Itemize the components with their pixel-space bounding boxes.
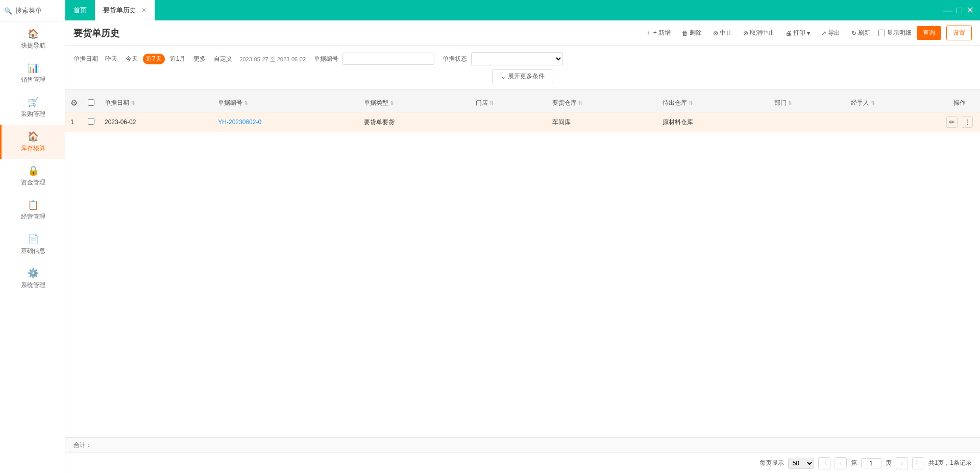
cancel-stop-label: 取消中止 (750, 29, 774, 37)
page-size-label: 每页显示 (760, 459, 784, 467)
sort-handler-icon[interactable]: ⇅ (871, 100, 875, 106)
tab-close-icon[interactable]: ✕ (141, 7, 146, 14)
expand-label: 展开更多条件 (508, 72, 545, 81)
refresh-button[interactable]: ↻ 刷新 (848, 27, 873, 39)
sidebar-item-operation[interactable]: 📋 经营管理 (0, 193, 65, 227)
sidebar-search[interactable]: 🔍 搜索菜单 (0, 0, 65, 22)
last-page-btn[interactable]: 》 (912, 457, 924, 469)
sidebar-search-label: 搜索菜单 (15, 6, 42, 15)
new-button[interactable]: ＋ + 新增 (643, 27, 674, 39)
chevron-down-icon: ⌄ (501, 73, 506, 80)
table-footer: 合计： (65, 437, 980, 453)
date-btn-last7days[interactable]: 近7天 (143, 54, 165, 64)
page-number-input[interactable] (861, 458, 881, 468)
page-header: 要货单历史 ＋ + 新增 🗑 删除 ⊗ 中止 ⊗ 取消中止 (65, 20, 980, 46)
tab-requisition-history[interactable]: 要货单历史 ✕ (95, 0, 155, 20)
sort-bill-no-icon[interactable]: ⇅ (244, 100, 248, 106)
purchase-icon: 🛒 (28, 97, 39, 108)
page-title: 要货单历史 (74, 27, 119, 39)
stop-button[interactable]: ⊗ 中止 (710, 27, 735, 39)
page-size-select[interactable]: 50 10 20 100 (788, 458, 814, 469)
query-button[interactable]: 查询 (917, 26, 941, 40)
row-bill-no: YH-20230602-0 (213, 112, 359, 132)
date-filter: 单据日期 昨天 今天 近7天 近1月 更多 自定义 2023-05-27 至 2… (74, 54, 306, 64)
topbar-right: — □ ✕ (943, 5, 980, 16)
date-btn-last1month[interactable]: 近1月 (167, 54, 189, 64)
delete-icon: 🗑 (682, 30, 688, 37)
bill-no-input[interactable] (342, 53, 434, 65)
sidebar-item-inventory[interactable]: 🏠 库存核算 (0, 125, 65, 159)
row-bill-type: 要货单要货 (359, 112, 471, 132)
settings-button[interactable]: 设置 (946, 26, 972, 40)
sort-req-warehouse-icon[interactable]: ⇅ (578, 100, 582, 106)
column-settings-icon[interactable]: ⚙ (70, 99, 78, 107)
status-select[interactable] (471, 52, 563, 65)
sort-department-icon[interactable]: ⇅ (788, 100, 792, 106)
sidebar-item-label: 销售管理 (21, 76, 45, 84)
sort-pending-warehouse-icon[interactable]: ⇅ (689, 100, 693, 106)
bill-no-link[interactable]: YH-20230602-0 (218, 119, 261, 126)
th-store-label: 门店 (476, 99, 488, 107)
display-detail-label: 显示明细 (887, 29, 912, 37)
prev-page-btn[interactable]: ‹ (835, 457, 847, 469)
next-page-btn[interactable]: › (896, 457, 908, 469)
sales-icon: 📊 (28, 62, 39, 74)
row-edit-icon[interactable]: ✏ (946, 116, 958, 128)
row-checkbox[interactable] (88, 118, 94, 125)
tab-requisition-label: 要货单历史 (103, 6, 136, 15)
settings-label: 设置 (953, 29, 965, 37)
refresh-icon: ↻ (851, 30, 856, 37)
filter-area: 单据日期 昨天 今天 近7天 近1月 更多 自定义 2023-05-27 至 2… (65, 46, 980, 90)
date-btn-more[interactable]: 更多 (190, 54, 209, 64)
sort-bill-type-icon[interactable]: ⇅ (390, 100, 394, 106)
display-detail-toggle[interactable]: 显示明细 (878, 29, 912, 37)
th-bill-date-label: 单据日期 (105, 99, 129, 107)
filter-expand-wrapper: ⌄ 展开更多条件 (74, 69, 972, 83)
row-more-icon[interactable]: ⋮ (962, 116, 973, 128)
row-department (769, 112, 846, 132)
filter-expand-btn[interactable]: ⌄ 展开更多条件 (492, 69, 553, 83)
status-label: 单据状态 (443, 55, 467, 63)
delete-label: 删除 (690, 29, 702, 37)
sidebar-item-basic[interactable]: 📄 基础信息 (0, 227, 65, 262)
cancel-stop-button[interactable]: ⊗ 取消中止 (740, 27, 777, 39)
date-btn-yesterday[interactable]: 昨天 (102, 54, 120, 64)
sidebar-item-label: 采购管理 (21, 110, 45, 119)
sidebar-item-system[interactable]: ⚙️ 系统管理 (0, 262, 65, 296)
tab-home[interactable]: 首页 (65, 0, 95, 20)
sort-bill-date-icon[interactable]: ⇅ (131, 100, 135, 106)
summary-label: 合计： (74, 441, 92, 448)
window-close-icon[interactable]: ✕ (966, 5, 974, 16)
date-filter-label: 单据日期 (74, 55, 98, 63)
export-button[interactable]: ↗ 导出 (818, 27, 843, 39)
query-label: 查询 (923, 29, 935, 37)
date-btn-custom[interactable]: 自定义 (211, 54, 235, 64)
first-page-btn[interactable]: 《 (818, 457, 830, 469)
table-row[interactable]: 1 2023-06-02 YH-20230602-0 要货单要货 车间库 (65, 112, 980, 132)
sidebar-item-sales[interactable]: 📊 销售管理 (0, 56, 65, 90)
date-btn-today[interactable]: 今天 (122, 54, 141, 64)
th-pending-warehouse-label: 待出仓库 (663, 99, 687, 107)
sidebar-item-purchase[interactable]: 🛒 采购管理 (0, 90, 65, 125)
filter-row: 单据日期 昨天 今天 近7天 近1月 更多 自定义 2023-05-27 至 2… (74, 52, 972, 65)
page-content: 要货单历史 ＋ + 新增 🗑 删除 ⊗ 中止 ⊗ 取消中止 (65, 20, 980, 473)
select-all-checkbox[interactable] (88, 99, 94, 106)
window-maximize-icon[interactable]: □ (957, 5, 962, 16)
delete-button[interactable]: 🗑 删除 (679, 27, 705, 39)
th-handler-label: 经手人 (851, 99, 869, 107)
display-detail-checkbox[interactable] (878, 30, 885, 36)
refresh-label: 刷新 (858, 29, 870, 37)
th-department: 部门 ⇅ (769, 94, 846, 112)
page-unit: 页 (886, 459, 892, 467)
sidebar-item-quick-nav[interactable]: 🏠 快捷导航 (0, 22, 65, 56)
row-pending-warehouse: 原材料仓库 (657, 112, 769, 132)
sidebar-item-label: 快捷导航 (21, 41, 45, 50)
print-button[interactable]: 🖨 打印 ▾ (782, 27, 813, 39)
window-minimize-icon[interactable]: — (943, 5, 952, 16)
sidebar-item-finance[interactable]: 🔒 资金管理 (0, 159, 65, 193)
sort-store-icon[interactable]: ⇅ (489, 100, 494, 106)
row-checkbox-cell (83, 112, 100, 132)
sidebar-item-label: 基础信息 (21, 247, 45, 255)
bill-no-label: 单据编号 (314, 55, 338, 63)
sidebar-item-label: 资金管理 (21, 178, 45, 187)
